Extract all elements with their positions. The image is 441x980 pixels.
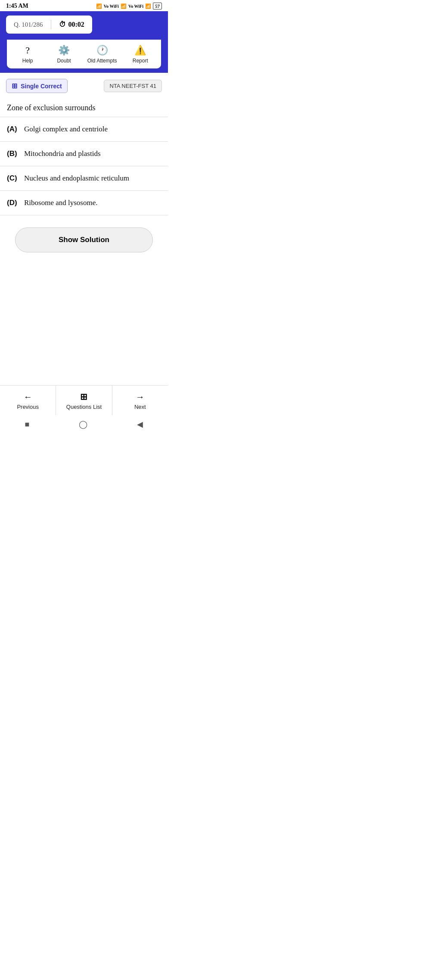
question-info-box: Q. 101/286 ⏱ 00:02 xyxy=(6,16,92,34)
option-d-label: (D) xyxy=(7,199,18,207)
back-triangle-icon[interactable]: ◀ xyxy=(137,420,143,429)
doubt-button[interactable]: ⚙️ Doubt xyxy=(51,45,77,64)
report-label: Report xyxy=(133,58,148,64)
system-nav: ■ ◯ ◀ xyxy=(0,415,168,434)
question-number: Q. 101/286 xyxy=(14,20,43,29)
option-a[interactable]: (A) Golgi complex and centriole xyxy=(0,117,168,142)
help-button[interactable]: ? Help xyxy=(15,45,40,64)
spacer xyxy=(0,264,168,385)
next-label: Next xyxy=(134,404,146,410)
badge-type-label: Single Correct xyxy=(21,83,62,90)
option-c-text: Nucleus and endoplasmic reticulum xyxy=(24,174,129,183)
questions-list-button[interactable]: ⊞ Questions List xyxy=(56,386,112,415)
home-circle-icon[interactable]: ◯ xyxy=(79,420,87,429)
question-text: Zone of exclusion surrounds xyxy=(0,97,168,117)
nta-badge: NTA NEET-FST 41 xyxy=(104,80,162,92)
next-button[interactable]: → Next xyxy=(112,386,168,415)
previous-icon: ← xyxy=(24,392,32,402)
previous-button[interactable]: ← Previous xyxy=(0,386,56,415)
option-d[interactable]: (D) Ribosome and lysosome. xyxy=(0,191,168,215)
blue-header: Q. 101/286 ⏱ 00:02 xyxy=(0,11,168,40)
bottom-nav: ← Previous ⊞ Questions List → Next xyxy=(0,385,168,415)
option-d-text: Ribosome and lysosome. xyxy=(24,199,97,207)
questions-list-label: Questions List xyxy=(66,404,102,410)
signal-icon: 📶 xyxy=(96,3,102,9)
battery-icon: 57 xyxy=(153,3,162,9)
option-c-label: (C) xyxy=(7,174,18,183)
home-square-icon[interactable]: ■ xyxy=(25,420,30,429)
doubt-label: Doubt xyxy=(57,58,71,64)
old-attempts-button[interactable]: 🕐 Old Attempts xyxy=(87,45,117,64)
wifi-icon: 📶 xyxy=(145,3,151,9)
help-label: Help xyxy=(22,58,33,64)
divider xyxy=(51,20,51,29)
doubt-icon: ⚙️ xyxy=(58,45,70,56)
wifi-label: Vo WiFi xyxy=(104,4,119,9)
badge-row: ⊞ Single Correct NTA NEET-FST 41 xyxy=(0,73,168,97)
option-b-label: (B) xyxy=(7,149,18,158)
status-bar: 1:45 AM 📶 Vo WiFi 📶 Vo WiFi 📶 57 xyxy=(0,0,168,11)
status-time: 1:45 AM xyxy=(6,3,28,9)
option-c[interactable]: (C) Nucleus and endoplasmic reticulum xyxy=(0,166,168,191)
old-attempts-icon: 🕐 xyxy=(96,45,108,56)
report-button[interactable]: ⚠️ Report xyxy=(127,45,153,64)
report-icon: ⚠️ xyxy=(134,45,146,56)
timer-icon: ⏱ xyxy=(59,21,66,28)
option-a-text: Golgi complex and centriole xyxy=(24,125,108,134)
option-b-text: Mitochondria and plastids xyxy=(24,149,101,158)
wifi2-label: Vo WiFi xyxy=(128,4,143,9)
question-total: /286 xyxy=(31,21,43,28)
timer-value: 00:02 xyxy=(68,21,84,28)
toolbar: ? Help ⚙️ Doubt 🕐 Old Attempts ⚠️ Report xyxy=(7,40,161,68)
status-icons: 📶 Vo WiFi 📶 Vo WiFi 📶 57 xyxy=(96,3,162,9)
next-icon: → xyxy=(136,392,144,402)
old-attempts-label: Old Attempts xyxy=(87,58,117,64)
grid-icon: ⊞ xyxy=(12,82,17,90)
help-icon: ? xyxy=(25,45,30,56)
timer-box: ⏱ 00:02 xyxy=(59,21,84,28)
option-a-label: (A) xyxy=(7,125,18,134)
option-b[interactable]: (B) Mitochondria and plastids xyxy=(0,142,168,166)
questions-list-icon: ⊞ xyxy=(80,392,87,402)
signal2-icon: 📶 xyxy=(121,3,127,9)
single-correct-badge: ⊞ Single Correct xyxy=(6,79,68,93)
previous-label: Previous xyxy=(17,404,39,410)
show-solution-button[interactable]: Show Solution xyxy=(15,227,153,252)
